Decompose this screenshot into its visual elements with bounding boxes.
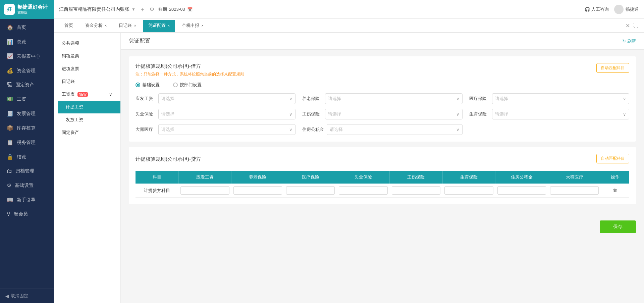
chevron-down-icon: ∨ — [289, 127, 292, 132]
input-yiliao[interactable] — [286, 186, 335, 195]
tab-funds-close[interactable]: × — [105, 23, 107, 28]
left-menu-purchase[interactable]: 进项发票 — [54, 62, 120, 75]
tab-voucher-close[interactable]: × — [168, 23, 170, 28]
credit-auto-match-button[interactable]: 自动匹配科目 — [596, 154, 629, 163]
cell-yingfa[interactable] — [178, 184, 231, 197]
cell-daeyiliao[interactable] — [548, 184, 601, 197]
calendar-icon[interactable]: 📅 — [187, 7, 193, 12]
cell-gongshang[interactable] — [390, 184, 442, 197]
tab-voucher-label: 凭证配置 — [148, 22, 166, 29]
sidebar-item-ledger[interactable]: 📊 总账 — [0, 35, 54, 49]
input-shengyu[interactable] — [444, 186, 493, 195]
input-yanglao[interactable] — [233, 186, 282, 195]
funds-icon: 💰 — [7, 67, 13, 74]
col-shengyu: 生育保险 — [443, 171, 495, 184]
sidebar-item-funds[interactable]: 💰 资金管理 — [0, 63, 54, 78]
col-action: 操作 — [601, 171, 629, 184]
field-shiye: 失业保险 请选择 ∨ — [136, 109, 296, 119]
left-menu-sales[interactable]: 销项发票 — [54, 50, 120, 62]
settings-button[interactable]: ⚙ — [150, 6, 154, 12]
sidebar-item-tax[interactable]: 📋 税务管理 — [0, 135, 54, 150]
input-yingfa[interactable] — [180, 186, 229, 195]
sidebar-item-vip[interactable]: V 畅会员 — [0, 207, 54, 221]
add-account-button[interactable]: ＋ — [140, 5, 146, 13]
tab-home[interactable]: 首页 — [59, 20, 78, 32]
close-all-icon[interactable]: ✕ — [626, 22, 630, 29]
cell-yiliao[interactable] — [284, 184, 337, 197]
debit-auto-match-button[interactable]: 自动匹配科目 — [596, 63, 629, 73]
tab-voucher[interactable]: 凭证配置 × — [143, 20, 175, 32]
input-gongshang[interactable] — [392, 186, 440, 195]
refresh-button[interactable]: ↻ 刷新 — [622, 38, 636, 44]
tab-journal-close[interactable]: × — [134, 23, 136, 28]
tab-journal[interactable]: 日记账 × — [113, 20, 141, 32]
sidebar-item-home[interactable]: 🏠 首页 — [0, 20, 54, 35]
select-daeyiliao[interactable]: 请选择 ∨ — [158, 124, 296, 135]
cancel-fixed-button[interactable]: ◀ 取消固定 — [0, 289, 54, 303]
select-yingfa[interactable]: 请选择 ∨ — [158, 93, 296, 104]
select-yanglao-placeholder: 请选择 — [328, 96, 341, 102]
field-yanglao: 养老保险 请选择 ∨ — [302, 93, 462, 104]
sidebar: 好 畅捷通好会计 旗舰版 🏠 首页 📊 总账 📈 云报表中心 💰 资金管理 🏗 … — [0, 0, 54, 303]
select-shiye[interactable]: 请选择 ∨ — [158, 109, 296, 119]
sidebar-item-invoice[interactable]: 🧾 发票管理 — [0, 106, 54, 121]
company-select[interactable]: 江西服宝精品有限责任公司内账张 ▼ — [59, 6, 136, 12]
label-yiliao: 医疗保险 — [469, 96, 489, 102]
service-label: 人工咨询 — [591, 6, 609, 12]
input-gongjijin[interactable] — [497, 186, 546, 195]
user-menu[interactable]: 畅捷通 — [614, 5, 639, 14]
select-yiliao[interactable]: 请选择 ∨ — [492, 93, 629, 104]
main-wrapper: 江西服宝精品有限责任公司内账张 ▼ ＋ ⚙ 账期 2023-03 📅 🎧 人工咨… — [54, 0, 644, 303]
radio-basic[interactable]: 基础设置 — [136, 82, 160, 88]
tab-tax[interactable]: 个税申报 × — [176, 20, 209, 32]
tab-tax-close[interactable]: × — [201, 23, 203, 28]
tab-funds[interactable]: 资金分析 × — [80, 20, 112, 32]
select-gongshang[interactable]: 请选择 ∨ — [325, 109, 462, 119]
left-menu-journal[interactable]: 日记账 — [54, 75, 120, 88]
input-daeyiliao[interactable] — [550, 186, 599, 195]
select-yanglao[interactable]: 请选择 ∨ — [325, 93, 462, 104]
topbar: 江西服宝精品有限责任公司内账张 ▼ ＋ ⚙ 账期 2023-03 📅 🎧 人工咨… — [54, 0, 644, 19]
left-menu-public[interactable]: 公共选项 — [54, 37, 120, 50]
cell-gongjijin[interactable] — [495, 184, 548, 197]
username-label: 畅捷通 — [626, 6, 639, 12]
left-menu-pay-salary[interactable]: 发放工资 — [58, 113, 120, 126]
sidebar-label-vip: 畅会员 — [14, 211, 28, 217]
invoice-icon: 🧾 — [7, 110, 13, 117]
radio-dept[interactable]: 按部门设置 — [173, 82, 202, 88]
cell-shiye[interactable] — [337, 184, 389, 197]
select-shengyu-placeholder: 请选择 — [495, 111, 508, 117]
input-shiye[interactable] — [339, 186, 387, 195]
customer-service-button[interactable]: 🎧 人工咨询 — [585, 6, 609, 12]
new-badge: NEW — [77, 92, 88, 97]
cell-yanglao[interactable] — [231, 184, 284, 197]
sidebar-item-inventory[interactable]: 📦 库存核算 — [0, 121, 54, 135]
sidebar-item-close[interactable]: 🔒 结账 — [0, 150, 54, 164]
maximize-icon[interactable]: ⛶ — [633, 22, 639, 29]
sidebar-nav: 🏠 首页 📊 总账 📈 云报表中心 💰 资金管理 🏗 固定资产 💵 工资 🧾 发… — [0, 19, 54, 289]
refresh-icon: ↻ — [622, 39, 626, 44]
label-shengyu: 生育保险 — [469, 111, 489, 117]
sidebar-item-guide[interactable]: 📖 新手引导 — [0, 193, 54, 207]
period-display: 账期 2023-03 📅 — [158, 6, 193, 12]
sidebar-item-assets[interactable]: 🏗 固定资产 — [0, 78, 54, 92]
left-menu-salary-table[interactable]: 工资表 NEW ∨ — [54, 88, 120, 101]
cell-shengyu[interactable] — [442, 184, 495, 197]
sidebar-label-settings: 基础设置 — [15, 183, 34, 189]
left-menu-fixed-assets[interactable]: 固定资产 — [54, 126, 120, 139]
page-header: 凭证配置 ↻ 刷新 — [121, 33, 644, 50]
assets-icon: 🏗 — [7, 82, 12, 88]
left-menu-calc-salary[interactable]: 计提工资 — [58, 101, 120, 113]
select-shengyu[interactable]: 请选择 ∨ — [492, 109, 629, 119]
sidebar-item-archive[interactable]: 🗂 归档管理 — [0, 164, 54, 178]
chevron-down-icon: ∨ — [456, 112, 460, 117]
select-gongjijin[interactable]: 请选择 ∨ — [327, 124, 462, 135]
credit-section: 计提核算规则(公司承担)-贷方 自动匹配科目 科目 应发工资 养老保险 医疗保险… — [129, 147, 636, 204]
sidebar-item-settings[interactable]: ⚙ 基础设置 — [0, 178, 54, 193]
save-button[interactable]: 保存 — [600, 220, 636, 233]
sidebar-item-reports[interactable]: 📈 云报表中心 — [0, 49, 54, 63]
cell-action[interactable]: 🗑 — [601, 185, 629, 196]
label-gongjijin: 住房公积金 — [302, 127, 324, 133]
sidebar-item-salary[interactable]: 💵 工资 — [0, 92, 54, 106]
field-shengyu: 生育保险 请选择 ∨ — [469, 109, 629, 119]
